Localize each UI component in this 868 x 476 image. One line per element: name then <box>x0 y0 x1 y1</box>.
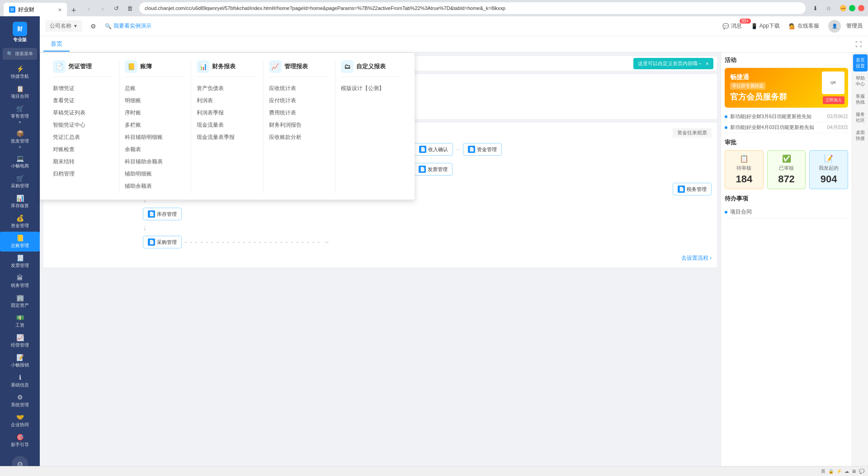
wf-invoice-mgmt[interactable]: 📄 发票管理 <box>414 163 453 176</box>
banner-cta[interactable]: 立即加入 <box>823 96 844 104</box>
settings-gear-btn[interactable]: ⚙ <box>88 20 99 32</box>
menu-item-subject-aux-balance[interactable]: 科目辅助余额表 <box>125 156 185 168</box>
sidebar-item-operations[interactable]: 📈 经营管理 <box>0 331 40 351</box>
menu-item-receivable-stats[interactable]: 应收统计表 <box>269 82 330 95</box>
online-service-btn[interactable]: 💁 在线客服 <box>789 22 819 30</box>
wf-inventory[interactable]: 📄 库存管理 <box>143 208 182 220</box>
wf-capital-mgmt[interactable]: 📄 资金管理 <box>463 143 502 156</box>
sidebar-item-quick-nav[interactable]: ⚡ 快捷导航 <box>0 62 40 82</box>
sidebar-item-inventory[interactable]: 📊 库存核算 <box>0 192 40 212</box>
wf-tax-mgmt[interactable]: 📄 税务管理 <box>673 183 712 195</box>
menu-item-receivable-analysis[interactable]: 应收账款分析 <box>269 131 330 143</box>
bookmark-icon[interactable]: ☆ <box>823 2 835 14</box>
menu-item-multi-col[interactable]: 多栏账 <box>125 119 185 131</box>
menu-item-aux-balance[interactable]: 辅助余额表 <box>125 180 185 192</box>
right-nav-community[interactable]: 服务社区 <box>853 109 868 126</box>
todo-item-1[interactable]: 项目合同 <box>725 206 848 218</box>
sidebar-item-retail[interactable]: 🛒 零售管理 ▼ <box>0 102 40 127</box>
sidebar-item-tax[interactable]: 🏛 税务管理 <box>0 271 40 291</box>
wf-purchase[interactable]: 📄 采购管理 <box>143 236 182 248</box>
sidebar-item-general-ledger[interactable]: 📒 总账管理 <box>0 232 40 252</box>
sidebar-item-system[interactable]: ⚙ 系统管理 <box>0 391 40 411</box>
menu-item-period-end[interactable]: 期末结转 <box>53 156 113 168</box>
sidebar-item-invoice[interactable]: 🧾 发票管理 <box>0 252 40 271</box>
new-tab-button[interactable]: + <box>68 5 80 16</box>
sidebar-item-purchase[interactable]: 🛒 采购管理 <box>0 172 40 192</box>
sidebar-item-project[interactable]: 📋 项目合同 <box>0 82 40 102</box>
menu-item-sequential[interactable]: 序时账 <box>125 107 185 119</box>
back-button[interactable]: ‹ <box>83 2 95 14</box>
refresh-button[interactable]: ↺ <box>110 2 122 14</box>
app-download-btn[interactable]: 📱 App下载 <box>751 22 780 30</box>
activity-banner[interactable]: 畅捷通 享社群专属权益 官方会员服务群 QR 立即加入 <box>725 68 848 108</box>
approval-card-pending[interactable]: 📋 待审核 184 <box>725 150 764 189</box>
menu-item-smart-center[interactable]: 智能凭证中心 <box>53 119 113 131</box>
right-nav-hotline[interactable]: 客服热线 <box>853 90 868 108</box>
sidebar-item-capital[interactable]: 💰 资金管理 <box>0 212 40 232</box>
tab-title: 好业财 <box>18 6 34 14</box>
menu-item-template-design[interactable]: 模版设计【公测】 <box>341 82 402 95</box>
active-tab[interactable]: 财 好业财 × <box>4 3 67 16</box>
sidebar-search[interactable]: 🔍 搜索菜单 <box>3 48 37 60</box>
expand-btn[interactable]: ⛶ <box>853 38 864 50</box>
tab-home[interactable]: 首页 <box>43 37 70 52</box>
approval-card-my[interactable]: 📝 我发起的 904 <box>809 150 848 189</box>
menu-item-aux-detail[interactable]: 辅助明细账 <box>125 168 185 180</box>
dropdown-menu[interactable]: 📄 凭证管理 新增凭证 查看凭证 草稿凭证列表 智能凭证中心 凭证汇总表 对账检… <box>40 52 415 200</box>
menu-item-voucher-summary[interactable]: 凭证汇总表 <box>53 131 113 143</box>
download-icon[interactable]: ⬇ <box>809 2 821 14</box>
menu-item-profit-report[interactable]: 财务利润报告 <box>269 119 330 131</box>
menu-item-draft-list[interactable]: 草稿凭证列表 <box>53 107 113 119</box>
menu-item-income-quarterly[interactable]: 利润表季报 <box>197 107 257 119</box>
menu-item-new-voucher[interactable]: 新增凭证 <box>53 82 113 95</box>
wf-income-confirm[interactable]: 📄 收入确认 <box>414 143 453 156</box>
menu-item-payable-stats[interactable]: 应付统计表 <box>269 95 330 107</box>
menu-item-expense-stats[interactable]: 费用统计表 <box>269 107 330 119</box>
go-flow-btn[interactable]: 去设置流程 › <box>681 254 712 262</box>
chat-icon[interactable]: 💬 <box>859 469 864 474</box>
minimize-button[interactable]: — <box>840 5 846 11</box>
message-btn[interactable]: 💬 消息 99+ <box>722 22 742 30</box>
right-nav-home-settings[interactable]: 首页设置 <box>853 54 868 71</box>
power-icon[interactable]: ⚡ <box>836 469 842 474</box>
lock-icon[interactable]: 🔒 <box>828 469 834 474</box>
search-demo-btn[interactable]: 🔍 我要看实例演示 <box>105 22 151 30</box>
close-button[interactable] <box>858 5 864 11</box>
menu-item-income-statement[interactable]: 利润表 <box>197 95 257 107</box>
menu-item-cashflow[interactable]: 现金流量表 <box>197 119 257 131</box>
menu-item-balance-sheet[interactable]: 资产负债表 <box>197 82 257 95</box>
news-item-1[interactable]: 新功能|好业财3月6日功能更新抢先知 03月06日 <box>725 111 848 122</box>
menu-item-general-ledger[interactable]: 总账 <box>125 82 185 95</box>
menu-item-reconcile[interactable]: 对账检查 <box>53 143 113 156</box>
menu-item-cashflow-quarterly[interactable]: 现金流量表季报 <box>197 131 257 143</box>
sidebar-item-salary[interactable]: 💵 工资 <box>0 311 40 331</box>
menu-item-detail-ledger[interactable]: 明细账 <box>125 95 185 107</box>
sidebar-item-wholesale[interactable]: 📦 批发管理 ▼ <box>0 127 40 152</box>
lang-icon[interactable]: 英 <box>821 468 826 475</box>
menu-item-subject-aux-detail[interactable]: 科目辅助明细账 <box>125 131 185 143</box>
address-bar[interactable]: cloud.chanjet.com/cc/u6d89qwnryel/57bfsk… <box>139 2 806 14</box>
menu-item-archive[interactable]: 归档管理 <box>53 168 113 180</box>
org-selector[interactable]: 公司名称 ▼ <box>45 20 82 32</box>
sidebar-item-ecommerce[interactable]: 💻 小畅电商 <box>0 152 40 172</box>
maximize-button[interactable] <box>849 5 855 11</box>
menu-item-balance-table[interactable]: 余额表 <box>125 143 185 156</box>
approval-card-approved[interactable]: ✅ 已审核 872 <box>767 150 806 189</box>
pending-icon: 📋 <box>729 154 760 163</box>
menu-item-view-voucher[interactable]: 查看凭证 <box>53 95 113 107</box>
sidebar-item-collab[interactable]: 🤝 企业协同 <box>0 411 40 431</box>
sidebar-item-fixed-assets[interactable]: 🏢 固定资产 <box>0 291 40 311</box>
news-item-2[interactable]: 新功能|好业财4月03日功能更新抢先知 04月03日 <box>725 122 848 133</box>
forward-button[interactable]: › <box>97 2 108 14</box>
custom-notice-close[interactable]: × <box>705 60 709 67</box>
sidebar-item-basic-info[interactable]: ℹ 基础信息 <box>0 371 40 391</box>
right-nav-help[interactable]: 帮助中心 <box>853 72 868 90</box>
right-nav-desktop[interactable]: 桌面快捷 <box>853 127 868 144</box>
delete-button[interactable]: 🗑 <box>124 2 136 14</box>
sidebar-item-newbie[interactable]: 🎯 新手引导 <box>0 431 40 451</box>
user-avatar[interactable]: 👤 <box>828 20 841 33</box>
tab-close-icon[interactable]: × <box>58 6 61 13</box>
sidebar-item-expense[interactable]: 📝 小畅报销 <box>0 351 40 371</box>
monitor-icon[interactable]: 🖥 <box>852 469 856 474</box>
cloud-icon[interactable]: ☁ <box>844 469 849 474</box>
